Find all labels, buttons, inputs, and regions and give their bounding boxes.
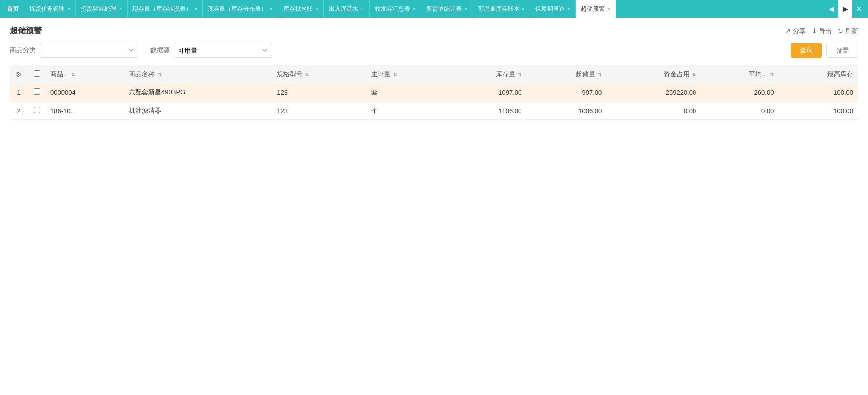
sort-icon: ⇅ xyxy=(305,72,309,77)
max-stock: 100.00 xyxy=(779,102,858,120)
datasource-label: 数据源 xyxy=(150,46,170,55)
data-table: ⚙ 商品... ⇅ 商品名称 ⇅ 规格型号 ⇅ 主计量 xyxy=(10,65,858,120)
nav-tab-io-flow[interactable]: 出入库流水 × xyxy=(324,0,369,18)
select-all-checkbox[interactable] xyxy=(34,70,40,77)
overstock: 1006.00 xyxy=(526,102,607,120)
row-checkbox[interactable] xyxy=(34,88,40,95)
th-gear[interactable]: ⚙ xyxy=(10,65,28,83)
spec: 123 xyxy=(272,102,366,120)
close-icon[interactable]: × xyxy=(119,6,122,12)
page-title-bar: 超储预警 ↗ 分享 ⬇ 导出 ↻ 刷新 xyxy=(10,26,858,36)
stock: 1097.00 xyxy=(446,83,526,102)
table-header: ⚙ 商品... ⇅ 商品名称 ⇅ 规格型号 ⇅ 主计量 xyxy=(10,65,858,83)
close-icon[interactable]: × xyxy=(67,6,70,12)
product-code: 0000004 xyxy=(45,83,124,102)
row-checkbox-cell[interactable] xyxy=(28,102,45,120)
close-icon[interactable]: × xyxy=(413,6,416,12)
category-filter: 商品分类 xyxy=(10,43,138,58)
page-title: 超储预警 xyxy=(10,26,42,36)
th-spec[interactable]: 规格型号 ⇅ xyxy=(272,65,366,83)
close-icon[interactable]: × xyxy=(269,6,272,12)
nav-tab-abnormal[interactable]: 拣货异常处理 × xyxy=(76,0,127,18)
th-max-stock[interactable]: 最高库存 xyxy=(779,65,858,83)
th-overstock[interactable]: 超储量 ⇅ xyxy=(526,65,607,83)
action-buttons: 查询 设置 xyxy=(791,43,858,58)
datasource-select[interactable]: 可用量 xyxy=(174,43,272,58)
max-stock: 100.00 xyxy=(779,83,858,102)
export-icon: ⬇ xyxy=(812,27,817,35)
nav-left-arrow[interactable]: ◀ xyxy=(825,0,838,18)
nav-tab-batch-account[interactable]: 库存批次账 × xyxy=(278,0,324,18)
close-icon[interactable]: × xyxy=(361,6,364,12)
sort-icon: ⇅ xyxy=(770,72,774,77)
close-icon[interactable]: × xyxy=(607,6,610,12)
nav-tab-inventory-status[interactable]: 现存量（库存状况表） × xyxy=(128,0,203,18)
refresh-icon: ↻ xyxy=(838,27,843,35)
gear-icon: ⚙ xyxy=(16,71,22,78)
nav-right-arrow[interactable]: ▶ xyxy=(838,0,852,18)
sort-icon: ⇅ xyxy=(158,72,162,77)
nav-tab-order-stat[interactable]: 要货单统计表 × xyxy=(421,0,473,18)
settings-button[interactable]: 设置 xyxy=(826,43,858,58)
row-number: 1 xyxy=(10,83,28,102)
sort-icon: ⇅ xyxy=(518,72,521,77)
stock: 1106.00 xyxy=(446,102,526,120)
close-icon[interactable]: × xyxy=(315,6,318,12)
avg: 260.00 xyxy=(701,83,779,102)
nav-tab-task-mgmt[interactable]: 拣货任务管理 × xyxy=(24,0,76,18)
sort-icon: ⇅ xyxy=(598,72,602,77)
table-row: 1 0000004 六配套新昌490BPG 123 套 1097.00 997.… xyxy=(10,83,858,102)
capital: 259220.00 xyxy=(607,83,701,102)
row-checkbox-cell[interactable] xyxy=(28,83,45,102)
nav-tab-inventory-dist[interactable]: 现存量（库存分布表） × xyxy=(203,0,278,18)
share-button[interactable]: ↗ 分享 xyxy=(785,27,806,36)
product-name: 机油滤清器 xyxy=(124,102,272,120)
sort-icon: ⇅ xyxy=(71,72,75,77)
th-unit[interactable]: 主计量 ⇅ xyxy=(366,65,446,83)
close-icon[interactable]: × xyxy=(567,6,570,12)
share-icon: ↗ xyxy=(785,27,791,35)
close-icon[interactable]: × xyxy=(464,6,467,12)
spec: 123 xyxy=(272,83,366,102)
refresh-button[interactable]: ↻ 刷新 xyxy=(838,27,858,36)
nav-tab-quality-period[interactable]: 保质期查询 × xyxy=(530,0,576,18)
sort-icon: ⇅ xyxy=(692,72,696,77)
datasource-filter: 数据源 可用量 xyxy=(150,43,272,58)
th-stock[interactable]: 库存量 ⇅ xyxy=(446,65,526,83)
nav-tab-home[interactable]: 首页 xyxy=(2,0,24,18)
query-button[interactable]: 查询 xyxy=(791,43,822,58)
filter-bar: 商品分类 数据源 可用量 查询 设置 xyxy=(10,43,858,58)
nav-tab-available-account[interactable]: 可用量库存账本 × xyxy=(473,0,530,18)
title-actions: ↗ 分享 ⬇ 导出 ↻ 刷新 xyxy=(785,27,858,36)
capital: 0.00 xyxy=(607,102,701,120)
nav-close-arrow[interactable]: ✕ xyxy=(852,0,866,18)
unit: 个 xyxy=(366,102,446,120)
table-row: 2 186-10... 机油滤清器 123 个 1106.00 1006.00 … xyxy=(10,102,858,120)
th-product-name[interactable]: 商品名称 ⇅ xyxy=(124,65,272,83)
row-checkbox[interactable] xyxy=(34,107,40,113)
close-icon[interactable]: × xyxy=(194,6,197,12)
overstock: 997.00 xyxy=(526,83,607,102)
th-product-code[interactable]: 商品... ⇅ xyxy=(45,65,124,83)
product-name: 六配套新昌490BPG xyxy=(124,83,272,102)
sort-icon: ⇅ xyxy=(393,72,397,77)
category-select[interactable] xyxy=(40,43,138,58)
nav-tab-overstock-alert[interactable]: 超储预警 × xyxy=(576,0,615,18)
nav-tab-collect-send[interactable]: 收发存汇总表 × xyxy=(370,0,421,18)
product-code: 186-10... xyxy=(45,102,124,120)
avg: 0.00 xyxy=(701,102,779,120)
category-label: 商品分类 xyxy=(10,46,36,55)
th-capital[interactable]: 资金占用 ⇅ xyxy=(607,65,701,83)
top-navigation: 首页 拣货任务管理 × 拣货异常处理 × 现存量（库存状况表） × 现存量（库存… xyxy=(0,0,868,18)
unit: 套 xyxy=(366,83,446,102)
page-content: 超储预警 ↗ 分享 ⬇ 导出 ↻ 刷新 商品分类 数据源 xyxy=(0,18,868,395)
row-number: 2 xyxy=(10,102,28,120)
export-button[interactable]: ⬇ 导出 xyxy=(812,27,832,36)
nav-arrows: ◀ ▶ ✕ xyxy=(825,0,866,18)
th-avg[interactable]: 平均... ⇅ xyxy=(701,65,779,83)
close-icon[interactable]: × xyxy=(522,6,525,12)
th-checkbox[interactable] xyxy=(28,65,45,83)
table-body: 1 0000004 六配套新昌490BPG 123 套 1097.00 997.… xyxy=(10,83,858,120)
